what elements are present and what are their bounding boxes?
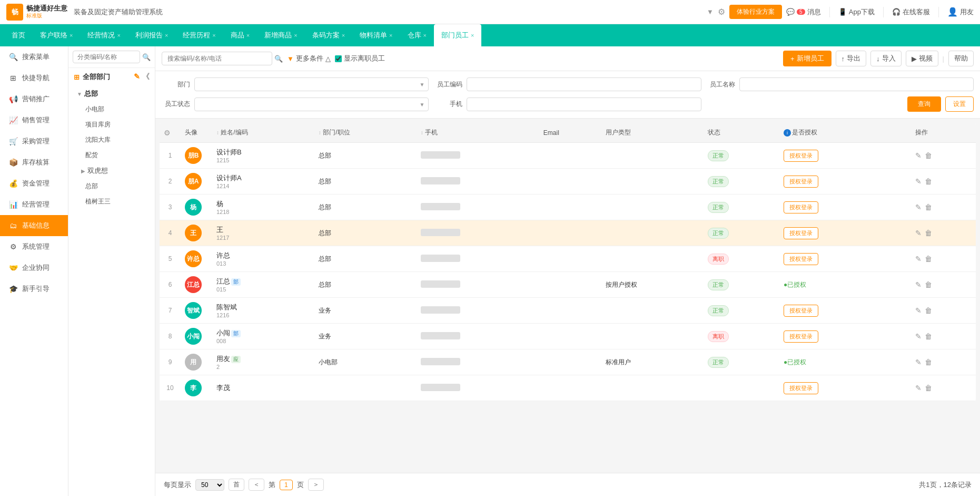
edit-button[interactable]: ✎ <box>915 203 922 211</box>
search-icon[interactable]: 🔍 <box>274 55 283 63</box>
tab-profit[interactable]: 利润报告× <box>128 24 175 46</box>
dept-node-zongbu2[interactable]: 总部 <box>68 179 155 194</box>
edit-button[interactable]: ✎ <box>915 280 922 289</box>
close-icon[interactable]: × <box>117 32 120 38</box>
per-page-select[interactable]: 50 100 200 <box>195 479 224 491</box>
sidebar-item-basic[interactable]: 🗂 基础信息 <box>0 215 68 236</box>
next-page-btn[interactable]: ＞ <box>308 479 324 491</box>
dept-select[interactable] <box>194 77 429 91</box>
video-button[interactable]: ▶ 视频 <box>906 51 938 66</box>
close-icon[interactable]: × <box>342 32 345 38</box>
show-resigned-checkbox[interactable]: 显示离职员工 <box>335 54 385 63</box>
message-action[interactable]: 💬 5 消息 <box>786 7 821 17</box>
edit-button[interactable]: ✎ <box>915 332 922 341</box>
auth-button[interactable]: 授权登录 <box>784 227 818 239</box>
user-action[interactable]: 👤 用友 <box>947 7 974 17</box>
dept-node-xiaodian[interactable]: 小电部 <box>68 102 155 117</box>
search-input[interactable] <box>162 52 272 65</box>
delete-button[interactable]: 🗑 <box>925 384 932 392</box>
dept-collapse-icon[interactable]: 《 <box>142 72 150 82</box>
more-conditions-btn[interactable]: ▼ 更多条件 △ <box>287 54 331 63</box>
dept-node-peihuo[interactable]: 配货 <box>68 148 155 163</box>
sidebar-item-system[interactable]: ⚙ 系统管理 <box>0 236 68 257</box>
sidebar-item-inventory[interactable]: 📦 库存核算 <box>0 152 68 173</box>
close-icon[interactable]: × <box>294 32 297 38</box>
dept-node-zhishu[interactable]: 植树王三 <box>68 194 155 209</box>
tab-barcode[interactable]: 条码方案× <box>305 24 352 46</box>
phone-sort-icon[interactable]: ↕ <box>421 130 423 135</box>
delete-button[interactable]: 🗑 <box>925 306 932 315</box>
dept-node-shuanghu[interactable]: ▶ 双虎想 <box>68 163 155 179</box>
edit-button[interactable]: ✎ <box>915 358 922 366</box>
tab-employees[interactable]: 部门员工× <box>434 24 481 46</box>
delete-button[interactable]: 🗑 <box>925 358 932 366</box>
phone-input[interactable] <box>467 98 701 111</box>
close-icon[interactable]: × <box>165 32 168 38</box>
help-button[interactable]: 帮助 <box>948 51 974 66</box>
tab-warehouse[interactable]: 仓库× <box>400 24 434 46</box>
close-icon[interactable]: × <box>70 32 73 38</box>
dept-node-label[interactable]: 总部 <box>84 89 98 99</box>
app-download-action[interactable]: 📱 App下载 <box>838 7 875 17</box>
dept-search-input[interactable] <box>73 51 140 63</box>
auth-button[interactable]: 授权登录 <box>784 176 818 188</box>
close-icon[interactable]: × <box>423 32 427 38</box>
tab-goods[interactable]: 商品× <box>223 24 257 46</box>
auth-button[interactable]: 授权登录 <box>784 305 818 317</box>
auth-button[interactable]: 授权登录 <box>784 150 818 162</box>
export-button[interactable]: ↑ 导出 <box>836 51 867 66</box>
auth-button[interactable]: 授权登录 <box>784 330 818 343</box>
tab-journey[interactable]: 经营历程× <box>175 24 223 46</box>
sidebar-item-marketing[interactable]: 📢 营销推广 <box>0 89 68 110</box>
delete-button[interactable]: 🗑 <box>925 229 932 237</box>
tab-customer[interactable]: 客户联络× <box>33 24 80 46</box>
close-icon[interactable]: × <box>389 32 392 38</box>
auth-button[interactable]: 授权登录 <box>784 201 818 213</box>
delete-button[interactable]: 🗑 <box>925 177 932 186</box>
add-employee-button[interactable]: + 新增员工 <box>783 51 831 66</box>
status-select[interactable] <box>194 98 429 111</box>
search-button[interactable]: 查询 <box>907 96 941 112</box>
close-icon[interactable]: × <box>212 32 215 38</box>
reset-button[interactable]: 设置 <box>945 96 974 112</box>
tab-bom[interactable]: 物料清单× <box>352 24 400 46</box>
dept-header[interactable]: ⊞ 全部部门 ✎ 《 <box>68 68 155 86</box>
dept-search-icon[interactable]: 🔍 <box>142 53 151 61</box>
import-button[interactable]: ↓ 导入 <box>870 51 902 66</box>
auth-button[interactable]: 授权登录 <box>784 382 818 394</box>
dept-node-project[interactable]: 项目库房 <box>68 117 155 132</box>
close-icon[interactable]: × <box>471 32 474 38</box>
sidebar-item-guide[interactable]: 🎓 新手引导 <box>0 278 68 299</box>
delete-button[interactable]: 🗑 <box>925 203 932 211</box>
tab-home[interactable]: 首页 <box>4 24 33 46</box>
dept-add-icon[interactable]: ✎ <box>134 72 140 82</box>
close-icon[interactable]: × <box>246 32 250 38</box>
dept-sort-icon[interactable]: ↕ <box>319 130 321 135</box>
edit-button[interactable]: ✎ <box>915 384 922 392</box>
edit-button[interactable]: ✎ <box>915 177 922 186</box>
edit-button[interactable]: ✎ <box>915 306 922 315</box>
system-dropdown-icon[interactable]: ▼ <box>707 8 714 16</box>
sidebar-item-purchase[interactable]: 🛒 采购管理 <box>0 131 68 152</box>
emp-code-input[interactable] <box>467 77 701 91</box>
table-settings-icon[interactable]: ⚙ <box>164 129 171 137</box>
tab-business[interactable]: 经营情况× <box>80 24 127 46</box>
edit-button[interactable]: ✎ <box>915 229 922 237</box>
trial-button[interactable]: 体验行业方案 <box>729 5 782 19</box>
name-sort-icon[interactable]: ↕ <box>216 130 219 135</box>
prev-page-btn[interactable]: ＜ <box>249 479 264 491</box>
edit-button[interactable]: ✎ <box>915 151 922 160</box>
tab-add-goods[interactable]: 新增商品× <box>257 24 304 46</box>
sidebar-item-collab[interactable]: 🤝 企业协同 <box>0 257 68 278</box>
sidebar-item-search[interactable]: 🔍 搜索菜单 <box>0 46 68 67</box>
show-resigned-input[interactable] <box>335 55 342 62</box>
emp-name-input[interactable] <box>739 77 974 91</box>
delete-button[interactable]: 🗑 <box>925 280 932 289</box>
delete-button[interactable]: 🗑 <box>925 255 932 263</box>
auth-button[interactable]: 授权登录 <box>784 253 818 265</box>
edit-button[interactable]: ✎ <box>915 255 922 263</box>
expand-icon[interactable]: ▼ <box>77 91 82 97</box>
first-page-btn[interactable]: 首 <box>229 479 244 491</box>
sidebar-item-nav[interactable]: ⊞ 快捷导航 <box>0 67 68 89</box>
delete-button[interactable]: 🗑 <box>925 332 932 341</box>
